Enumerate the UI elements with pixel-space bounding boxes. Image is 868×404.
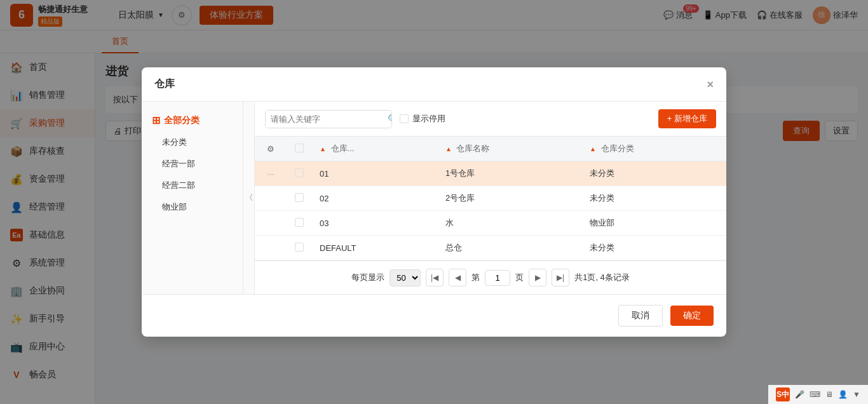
show-disabled-label: 显示停用 [412,113,445,125]
warehouse-modal: 仓库 × ⊞ 全部分类 未分类 经营一部 经营二部 [142,67,726,337]
collapse-panel-btn[interactable]: 《 [243,102,255,294]
grid-icon: ⊞ [152,114,160,126]
row-check-2[interactable] [295,193,304,202]
sort-icon3: ▲ [590,145,596,152]
table-toolbar: 🔍 显示停用 + 新增仓库 [255,102,726,137]
sort-icon2: ▲ [445,145,452,152]
search-input-wrap: 🔍 [265,110,392,128]
modal-title: 仓库 [154,77,175,91]
row-code: 01 [312,161,438,186]
show-disabled-checkbox[interactable] [400,114,409,123]
slogo-icon: S中 [776,387,790,401]
next-page-btn[interactable]: ▶ [529,269,546,286]
category-item-unclassified[interactable]: 未分类 [142,131,243,153]
row-name: 总仓 [438,236,582,260]
table-row[interactable]: ··· 01 1号仓库 未分类 [255,161,726,186]
show-disabled-wrap: 显示停用 [400,113,445,125]
page-unit: 页 [515,272,524,283]
all-category-btn[interactable]: ⊞ 全部分类 [142,109,243,131]
page-input[interactable] [485,270,510,286]
row-check-1[interactable] [295,168,304,177]
table-row[interactable]: 03 水 物业部 [255,211,726,236]
row-check-3[interactable] [295,218,304,227]
all-category-label: 全部分类 [164,115,200,126]
row-code: 02 [312,186,438,211]
row-actions [255,186,287,211]
col-check [287,137,312,161]
row-code: DEFAULT [312,236,438,260]
row-category: 未分类 [582,186,726,211]
row-category: 物业部 [582,211,726,236]
table-body: ··· 01 1号仓库 未分类 [255,161,726,260]
arrow-icon: ▼ [853,390,860,399]
row-checkbox[interactable] [287,186,312,211]
collapse-icon: 《 [245,192,253,203]
pagination-bar: 每页显示 50 |◀ ◀ 第 页 ▶ ▶| 共1页, 4条记录 [255,260,726,294]
modal-footer: 取消 确定 [142,294,726,337]
first-page-btn[interactable]: |◀ [426,269,444,286]
category-item-ops1[interactable]: 经营一部 [142,153,243,175]
row-name: 1号仓库 [438,161,582,186]
bottom-bar: S中 🎤 ⌨ 🖥 👤 ▼ [768,385,868,404]
last-page-btn[interactable]: ▶| [552,269,569,286]
table-row[interactable]: DEFAULT 总仓 未分类 [255,236,726,260]
search-button[interactable]: 🔍 [383,111,392,128]
col-category: ▲ 仓库分类 [582,137,726,161]
per-page-select[interactable]: 50 [390,269,421,286]
col-name: ▲ 仓库名称 [438,137,582,161]
row-check-4[interactable] [295,243,304,252]
row-checkbox[interactable] [287,211,312,236]
category-item-property[interactable]: 物业部 [142,196,243,218]
cancel-button[interactable]: 取消 [618,305,663,327]
category-item-ops2[interactable]: 经营二部 [142,175,243,196]
modal-overlay[interactable]: 仓库 × ⊞ 全部分类 未分类 经营一部 经营二部 [0,0,868,404]
row-category: 未分类 [582,236,726,260]
prev-page-btn[interactable]: ◀ [449,269,466,286]
search-input[interactable] [266,111,383,128]
row-category: 未分类 [582,161,726,186]
col-gear: ⚙ [255,137,287,161]
modal-body: ⊞ 全部分类 未分类 经营一部 经营二部 物业部 《 [142,102,726,294]
user-icon[interactable]: 👤 [838,390,848,399]
col-code: ▲ 仓库... [312,137,438,161]
microphone-icon[interactable]: 🎤 [795,390,804,399]
row-actions [255,211,287,236]
table-row[interactable]: 02 2号仓库 未分类 [255,186,726,211]
row-name: 水 [438,211,582,236]
row-checkbox[interactable] [287,236,312,260]
display-icon[interactable]: 🖥 [825,390,833,399]
search-icon: 🔍 [388,114,392,124]
page-label: 第 [471,272,480,283]
modal-close-button[interactable]: × [707,79,714,90]
row-actions [255,236,287,260]
row-checkbox[interactable] [287,161,312,186]
row-actions: ··· [255,161,287,186]
per-page-label: 每页显示 [351,272,384,283]
table-head: ⚙ ▲ 仓库... ▲ 仓库名称 [255,137,726,161]
data-table: ⚙ ▲ 仓库... ▲ 仓库名称 [255,137,726,260]
new-warehouse-button[interactable]: + 新增仓库 [658,109,716,128]
total-info: 共1页, 4条记录 [574,272,630,283]
select-all-checkbox[interactable] [295,144,304,152]
category-panel: ⊞ 全部分类 未分类 经营一部 经营二部 物业部 [142,102,243,294]
sort-icon: ▲ [320,145,326,152]
row-name: 2号仓库 [438,186,582,211]
keyboard-icon[interactable]: ⌨ [810,390,820,399]
row-code: 03 [312,211,438,236]
modal-header: 仓库 × [142,67,726,102]
confirm-button[interactable]: 确定 [670,306,714,326]
table-panel: 🔍 显示停用 + 新增仓库 ⚙ [255,102,726,294]
warehouse-table: ⚙ ▲ 仓库... ▲ 仓库名称 [255,137,726,260]
